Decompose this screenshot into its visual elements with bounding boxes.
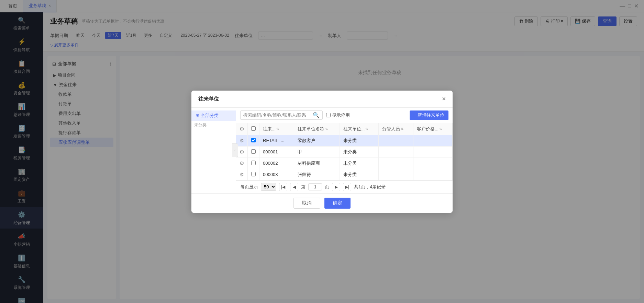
row-category: 未分类 bbox=[340, 158, 379, 169]
row-settings-icon[interactable]: ⚙ bbox=[240, 160, 244, 166]
confirm-button[interactable]: 确定 bbox=[324, 198, 351, 209]
show-disabled-label[interactable]: 显示停用 bbox=[326, 112, 350, 118]
modal-overlay[interactable]: 往来单位 × ⊞ 全部分类 ‹ 未分类 🔍 bbox=[0, 0, 644, 303]
sort-icon-price: ⇅ bbox=[439, 127, 442, 131]
row-name: 张筛得 bbox=[294, 169, 340, 180]
search-icon: 🔍 bbox=[313, 112, 320, 118]
th-code[interactable]: 往来... ⇅ bbox=[259, 123, 294, 135]
row-code: 000002 bbox=[259, 158, 294, 169]
uncategorized-label: 未分类 bbox=[191, 121, 236, 129]
total-records: 共1页，4条记录 bbox=[354, 184, 386, 190]
add-new-partner-button[interactable]: + 新增往来单位 bbox=[410, 110, 448, 120]
table-header-row: ⚙ 往来... ⇅ bbox=[236, 123, 453, 135]
row-price-level bbox=[413, 158, 453, 169]
row-salesperson bbox=[379, 135, 413, 146]
th-salesperson[interactable]: 分管人员 ⇅ bbox=[379, 123, 413, 135]
page-input[interactable] bbox=[308, 183, 322, 190]
table-row[interactable]: ⚙ 000001 甲 未分类 bbox=[236, 146, 453, 158]
first-page-button[interactable]: |◀ bbox=[279, 183, 287, 191]
page-label: 第 bbox=[301, 184, 306, 190]
row-category: 未分类 bbox=[340, 169, 379, 180]
row-checkbox[interactable] bbox=[251, 161, 256, 165]
settings-icon[interactable]: ⚙ bbox=[240, 126, 244, 132]
row-checkbox[interactable] bbox=[251, 149, 256, 154]
row-settings-icon[interactable]: ⚙ bbox=[240, 172, 244, 177]
modal-sidebar: ⊞ 全部分类 ‹ 未分类 bbox=[191, 108, 236, 193]
modal-sidebar-toggle[interactable]: ‹ bbox=[232, 143, 238, 157]
row-code: 000003 bbox=[259, 169, 294, 180]
row-name: 甲 bbox=[294, 146, 340, 158]
table-body: ⚙ RETAIL_... 零散客户 未分类 ⚙ 000001 甲 未分类 ⚙ 0… bbox=[236, 135, 453, 180]
row-checkbox[interactable] bbox=[251, 138, 256, 142]
th-category[interactable]: 往来单位... ⇅ bbox=[340, 123, 379, 135]
row-price-level bbox=[413, 146, 453, 158]
sort-icon-category: ⇅ bbox=[365, 127, 368, 131]
row-code: 000001 bbox=[259, 146, 294, 158]
table-header: ⚙ 往来... ⇅ bbox=[236, 123, 453, 135]
last-page-button[interactable]: ▶| bbox=[343, 183, 351, 191]
modal-body: ⊞ 全部分类 ‹ 未分类 🔍 显示停用 bbox=[191, 108, 453, 193]
row-price-level bbox=[413, 169, 453, 180]
modal-close-button[interactable]: × bbox=[442, 95, 446, 103]
sort-icon-salesperson: ⇅ bbox=[401, 127, 403, 131]
partner-modal: 往来单位 × ⊞ 全部分类 ‹ 未分类 🔍 bbox=[191, 91, 453, 213]
table-row[interactable]: ⚙ RETAIL_... 零散客户 未分类 bbox=[236, 135, 453, 146]
sort-icon-name: ⇅ bbox=[325, 127, 328, 131]
select-all-checkbox[interactable] bbox=[251, 126, 256, 131]
modal-title: 往来单位 bbox=[198, 96, 219, 102]
row-gear: ⚙ bbox=[236, 169, 248, 180]
th-price-level[interactable]: 客户价格... ⇅ bbox=[413, 123, 453, 135]
row-category: 未分类 bbox=[340, 135, 379, 146]
row-price-level bbox=[413, 135, 453, 146]
table-row[interactable]: ⚙ 000002 材料供应商 未分类 bbox=[236, 158, 453, 169]
th-name[interactable]: 往来单位名称 ⇅ bbox=[294, 123, 340, 135]
row-name: 零散客户 bbox=[294, 135, 340, 146]
row-check bbox=[248, 135, 259, 146]
row-checkbox[interactable] bbox=[251, 172, 256, 176]
per-page-select[interactable]: 50 bbox=[261, 183, 276, 191]
row-salesperson bbox=[379, 169, 413, 180]
row-code: RETAIL_... bbox=[259, 135, 294, 146]
modal-main: 🔍 显示停用 + 新增往来单位 ⚙ bbox=[236, 108, 453, 193]
modal-table: ⚙ 往来... ⇅ bbox=[236, 123, 453, 180]
row-settings-icon[interactable]: ⚙ bbox=[240, 138, 244, 143]
next-page-button[interactable]: ▶ bbox=[332, 183, 340, 191]
modal-toolbar: 🔍 显示停用 + 新增往来单位 bbox=[236, 108, 453, 123]
sort-icon-code: ⇅ bbox=[276, 127, 279, 131]
row-salesperson bbox=[379, 146, 413, 158]
prev-page-button[interactable]: ◀ bbox=[290, 183, 298, 191]
th-check bbox=[248, 123, 259, 135]
cancel-button[interactable]: 取消 bbox=[293, 198, 320, 209]
row-check bbox=[248, 146, 259, 158]
row-category: 未分类 bbox=[340, 146, 379, 158]
th-gear: ⚙ bbox=[236, 123, 248, 135]
show-disabled-checkbox[interactable] bbox=[326, 113, 331, 117]
modal-sidebar-all[interactable]: ⊞ 全部分类 bbox=[191, 110, 236, 121]
row-check bbox=[248, 158, 259, 169]
modal-actions: 取消 确定 bbox=[191, 193, 453, 213]
page-suffix: 页 bbox=[325, 184, 329, 190]
row-gear: ⚙ bbox=[236, 158, 248, 169]
search-input[interactable] bbox=[243, 113, 311, 118]
row-settings-icon[interactable]: ⚙ bbox=[240, 149, 244, 155]
table-row[interactable]: ⚙ 000003 张筛得 未分类 bbox=[236, 169, 453, 180]
row-check bbox=[248, 169, 259, 180]
pagination-bar: 每页显示 50 |◀ ◀ 第 页 ▶ ▶| 共1页，4条记录 bbox=[236, 180, 453, 193]
row-name: 材料供应商 bbox=[294, 158, 340, 169]
modal-header: 往来单位 × bbox=[191, 91, 453, 108]
per-page-label: 每页显示 bbox=[240, 184, 258, 190]
partner-table: ⚙ 往来... ⇅ bbox=[236, 123, 453, 180]
grid-icon-modal: ⊞ bbox=[196, 113, 199, 118]
row-salesperson bbox=[379, 158, 413, 169]
search-box: 🔍 bbox=[240, 110, 323, 120]
